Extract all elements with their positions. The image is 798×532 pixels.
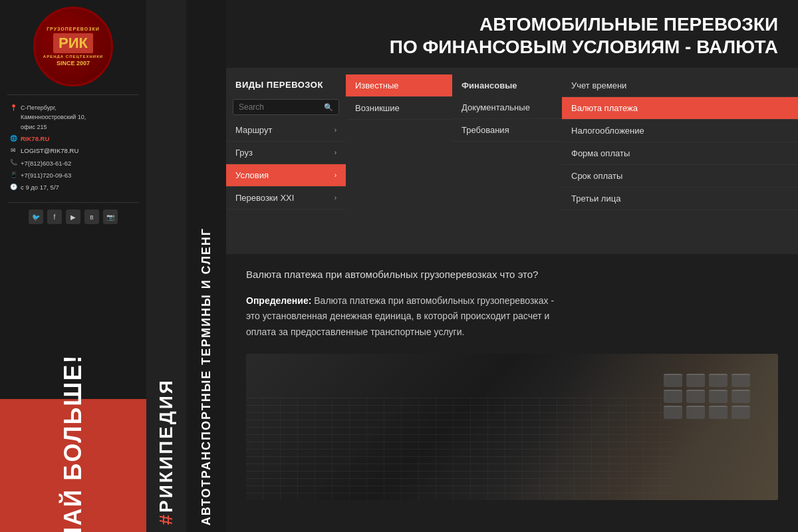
content-image bbox=[246, 354, 778, 500]
avto-vertical: АВТОТРАНСПОРТНЫЕ ТЕРМИНЫ И СЛЕНГ bbox=[186, 0, 226, 532]
key3 bbox=[709, 374, 728, 387]
nav-left-title: ВИДЫ ПЕРЕВОЗОК bbox=[226, 74, 346, 95]
website-link[interactable]: RIK78.RU bbox=[21, 134, 49, 144]
whatsapp-icon: 📱 bbox=[9, 171, 17, 179]
nav-nalogooblozhenie[interactable]: Налогообложение bbox=[562, 120, 798, 142]
key6 bbox=[686, 390, 705, 403]
nav-voznikshie[interactable]: Возникшие bbox=[346, 97, 452, 120]
social-icons: 🐦 f ▶ в 📷 bbox=[19, 207, 127, 227]
nav-marshrut[interactable]: Маршрут › bbox=[226, 119, 346, 142]
website-row[interactable]: 🌐 RIK78.RU bbox=[9, 134, 137, 144]
hours-row: 🕐 с 9 до 17, 5/7 bbox=[9, 182, 137, 192]
key10 bbox=[686, 406, 705, 419]
nav-valyuta-platezha[interactable]: Валюта платежа bbox=[562, 97, 798, 120]
phone1-text[interactable]: +7(812)603-61-62 bbox=[21, 158, 71, 168]
phone1-row[interactable]: 📞 +7(812)603-61-62 bbox=[9, 158, 137, 168]
twitter-icon[interactable]: 🐦 bbox=[29, 209, 43, 224]
nav-tretii-litsa[interactable]: Третьи лица bbox=[562, 188, 798, 210]
main-content: АВТОМОБИЛЬНЫЕ ПЕРЕВОЗКИ ПО ФИНАНСОВЫМ УС… bbox=[226, 0, 798, 532]
nav-forma-oplaty[interactable]: Форма оплаты bbox=[562, 142, 798, 165]
arrow-icon: › bbox=[334, 149, 336, 156]
nav-left: ВИДЫ ПЕРЕВОЗОК 🔍 Маршрут › Груз › Услови… bbox=[226, 68, 346, 254]
arrow-icon: › bbox=[334, 172, 336, 179]
uznai-text: УЗНАЙ БОЛЬШЕ! bbox=[59, 354, 87, 532]
address-row: 📍 С-Петербург, Каменноостровский 10, офи… bbox=[9, 103, 137, 132]
key9 bbox=[664, 406, 682, 419]
search-box[interactable]: 🔍 bbox=[233, 99, 339, 115]
key12 bbox=[732, 406, 750, 419]
header-title: АВТОМОБИЛЬНЫЕ ПЕРЕВОЗКИ ПО ФИНАНСОВЫМ УС… bbox=[239, 13, 778, 58]
divider bbox=[7, 94, 139, 95]
divider2 bbox=[7, 202, 139, 203]
header-line2: ПО ФИНАНСОВЫМ УСЛОВИЯМ - ВАЛЮТА bbox=[239, 36, 778, 59]
search-input[interactable] bbox=[239, 102, 324, 112]
phone-icon: 📞 bbox=[9, 159, 17, 167]
key7 bbox=[709, 390, 728, 403]
key1 bbox=[664, 374, 682, 387]
main-header: АВТОМОБИЛЬНЫЕ ПЕРЕВОЗКИ ПО ФИНАНСОВЫМ УС… bbox=[226, 0, 798, 68]
navigation: ВИДЫ ПЕРЕВОЗОК 🔍 Маршрут › Груз › Услови… bbox=[226, 68, 798, 254]
location-icon: 📍 bbox=[9, 104, 17, 112]
nav-usloviya[interactable]: Условия › bbox=[226, 164, 346, 187]
sidebar-info: 📍 С-Петербург, Каменноостровский 10, офи… bbox=[0, 99, 146, 198]
key5 bbox=[664, 390, 682, 403]
arrow-icon: › bbox=[334, 194, 336, 201]
nav-financial: Финансовые Документальные Требования bbox=[452, 68, 562, 254]
avto-text: АВТОТРАНСПОРТНЫЕ ТЕРМИНЫ И СЛЕНГ bbox=[200, 227, 213, 525]
calculator-keys bbox=[664, 374, 751, 419]
vk-icon[interactable]: в bbox=[84, 209, 99, 224]
phone2-row[interactable]: 📱 +7(911)720-09-63 bbox=[9, 170, 137, 180]
key8 bbox=[732, 390, 750, 403]
content-definition: Определение: Валюта платежа при автомоби… bbox=[246, 293, 778, 340]
nav-gruz[interactable]: Груз › bbox=[226, 142, 346, 164]
content-area: Валюта платежа при автомобильных грузопе… bbox=[226, 254, 798, 513]
instagram-icon[interactable]: 📷 bbox=[103, 209, 118, 224]
youtube-icon[interactable]: ▶ bbox=[66, 209, 80, 224]
clock-icon: 🕐 bbox=[9, 183, 17, 191]
key11 bbox=[709, 406, 728, 419]
arrow-icon: › bbox=[334, 126, 336, 134]
phone2-text[interactable]: +7(911)720-09-63 bbox=[21, 170, 71, 180]
logo-rik: РИК bbox=[53, 33, 93, 53]
rikipedia-vertical: #РИКИПЕДИЯ bbox=[146, 0, 186, 532]
nav-perevozki-xxi[interactable]: Перевозки XXI › bbox=[226, 187, 346, 209]
nav-right: Учет времени Валюта платежа Налогообложе… bbox=[562, 68, 798, 254]
nav-mid: Известные Возникшие bbox=[346, 68, 452, 254]
search-icon: 🔍 bbox=[324, 103, 333, 112]
rikipedia-label: РИКИПЕДИЯ bbox=[156, 378, 176, 513]
nav-financial-title[interactable]: Финансовые bbox=[452, 74, 562, 96]
header-line1: АВТОМОБИЛЬНЫЕ ПЕРЕВОЗКИ bbox=[239, 13, 778, 36]
globe-icon: 🌐 bbox=[9, 134, 17, 142]
logo: ГРУЗОПЕРЕВОЗКИ РИК АРЕНДА СПЕЦТЕХНИКИ SI… bbox=[33, 7, 113, 86]
nav-izvestnye[interactable]: Известные bbox=[346, 74, 452, 97]
key4 bbox=[732, 374, 750, 387]
email-row[interactable]: ✉ LOGIST@RIK78.RU bbox=[9, 146, 137, 156]
email-link[interactable]: LOGIST@RIK78.RU bbox=[21, 146, 78, 156]
nav-dokumentalnye[interactable]: Документальные bbox=[452, 96, 562, 119]
nav-uchet-vremeni[interactable]: Учет времени bbox=[562, 74, 798, 97]
hours-text: с 9 до 17, 5/7 bbox=[21, 182, 59, 192]
logo-since: SINCE 2007 bbox=[57, 60, 90, 66]
content-question: Валюта платежа при автомобильных грузопе… bbox=[246, 267, 778, 283]
key2 bbox=[686, 374, 705, 387]
rikipedia-text: #РИКИПЕДИЯ bbox=[156, 378, 177, 525]
logo-top-text: ГРУЗОПЕРЕВОЗКИ bbox=[47, 27, 100, 32]
definition-label: Определение: bbox=[246, 295, 311, 306]
uznai-banner: УЗНАЙ БОЛЬШЕ! bbox=[0, 399, 146, 532]
hash-symbol: # bbox=[156, 513, 176, 525]
address-text: С-Петербург, Каменноостровский 10, офис … bbox=[21, 103, 86, 132]
facebook-icon[interactable]: f bbox=[47, 209, 62, 224]
email-icon: ✉ bbox=[9, 146, 17, 154]
nav-srok-oplaty[interactable]: Срок оплаты bbox=[562, 165, 798, 188]
nav-trebovaniya[interactable]: Требования bbox=[452, 119, 562, 142]
logo-bottom-text: АРЕНДА СПЕЦТЕХНИКИ bbox=[43, 55, 103, 59]
